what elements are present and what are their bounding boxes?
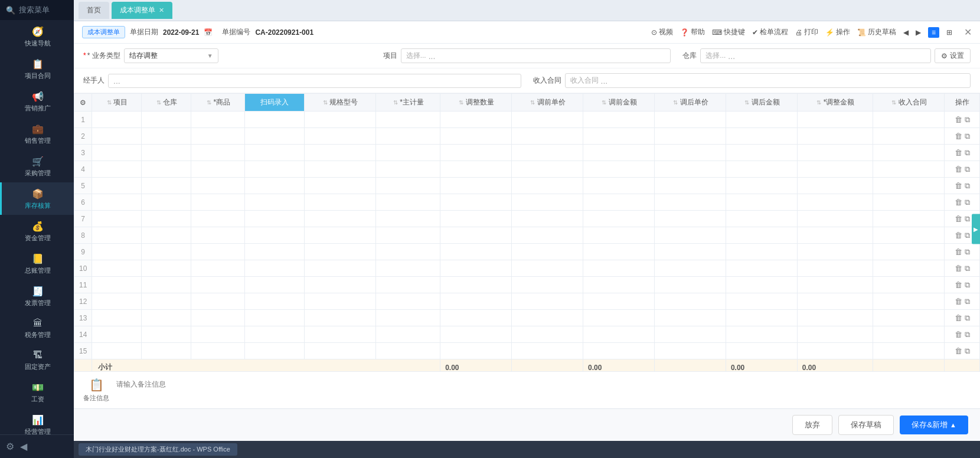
row-6-scan[interactable] (245, 194, 304, 211)
warehouse-select[interactable]: 选择... ... (700, 48, 931, 63)
row-8-post-unit-price[interactable] (654, 227, 726, 244)
right-panel-indicator[interactable]: ▶ (972, 214, 980, 244)
row-6-delete-icon[interactable]: 🗑 (955, 198, 962, 207)
row-5-unit[interactable] (375, 178, 440, 194)
row-5-delete-icon[interactable]: 🗑 (955, 181, 962, 191)
row-15-income-contract[interactable] (873, 343, 944, 359)
row-10-adj-amount[interactable] (797, 260, 873, 277)
row-10-product[interactable] (191, 260, 245, 277)
row-12-post-unit-price[interactable] (654, 293, 726, 310)
row-11-post-unit-price[interactable] (654, 277, 726, 293)
row-10-adj-qty[interactable] (440, 260, 512, 277)
row-8-income-contract[interactable] (873, 227, 944, 244)
sidebar-item-inventory-calc[interactable]: 📦库存核算 (0, 182, 74, 215)
row-7-unit[interactable] (375, 211, 440, 227)
row-8-post-amount[interactable] (726, 227, 797, 244)
row-7-post-unit-price[interactable] (654, 211, 726, 227)
row-1-warehouse[interactable] (142, 112, 191, 128)
row-5-post-amount[interactable] (726, 178, 797, 194)
row-12-spec[interactable] (304, 293, 375, 310)
row-7-post-amount[interactable] (726, 211, 797, 227)
row-11-pre-amount[interactable] (583, 277, 655, 293)
row-7-project[interactable] (92, 211, 142, 227)
row-13-delete-icon[interactable]: 🗑 (955, 313, 962, 323)
row-2-pre-unit-price[interactable] (512, 128, 583, 145)
collapse-icon[interactable]: ◀ (20, 441, 27, 452)
row-6-pre-amount[interactable] (583, 194, 655, 211)
settings-button[interactable]: ⚙ 设置 (935, 48, 971, 63)
col-scan[interactable]: 扫码录入 (245, 94, 304, 112)
save-draft-button[interactable]: 保存草稿 (838, 415, 894, 435)
row-13-adj-qty[interactable] (440, 310, 512, 326)
row-5-pre-amount[interactable] (583, 178, 655, 194)
row-6-product[interactable] (191, 194, 245, 211)
row-5-pre-unit-price[interactable] (512, 178, 583, 194)
row-14-copy-icon[interactable]: ⧉ (965, 330, 970, 339)
row-3-product[interactable] (191, 145, 245, 161)
row-14-post-unit-price[interactable] (654, 326, 726, 343)
dots-warehouse[interactable]: ... (728, 51, 735, 61)
row-15-copy-icon[interactable]: ⧉ (965, 346, 970, 356)
row-8-unit[interactable] (375, 227, 440, 244)
row-9-warehouse[interactable] (142, 244, 191, 260)
row-1-adj-qty[interactable] (440, 112, 512, 128)
row-4-warehouse[interactable] (142, 161, 191, 178)
calendar-icon[interactable]: 📅 (204, 28, 213, 37)
row-7-warehouse[interactable] (142, 211, 191, 227)
row-7-product[interactable] (191, 211, 245, 227)
row-8-adj-qty[interactable] (440, 227, 512, 244)
row-15-pre-unit-price[interactable] (512, 343, 583, 359)
row-13-project[interactable] (92, 310, 142, 326)
row-2-post-unit-price[interactable] (654, 128, 726, 145)
row-14-unit[interactable] (375, 326, 440, 343)
sidebar-item-purchase-mgmt[interactable]: 🛒采购管理 (0, 150, 74, 182)
row-3-post-unit-price[interactable] (654, 145, 726, 161)
row-2-adj-qty[interactable] (440, 128, 512, 145)
row-5-spec[interactable] (304, 178, 375, 194)
row-2-warehouse[interactable] (142, 128, 191, 145)
row-6-post-unit-price[interactable] (654, 194, 726, 211)
row-11-pre-unit-price[interactable] (512, 277, 583, 293)
row-1-adj-amount[interactable] (797, 112, 873, 128)
row-4-post-amount[interactable] (726, 161, 797, 178)
row-4-delete-icon[interactable]: 🗑 (955, 165, 962, 174)
discard-button[interactable]: 放弃 (792, 415, 832, 435)
row-10-post-amount[interactable] (726, 260, 797, 277)
row-5-warehouse[interactable] (142, 178, 191, 194)
row-14-spec[interactable] (304, 326, 375, 343)
row-12-pre-amount[interactable] (583, 293, 655, 310)
row-7-adj-qty[interactable] (440, 211, 512, 227)
row-1-post-amount[interactable] (726, 112, 797, 128)
check-btn[interactable]: ✔ 检单流程 (752, 27, 788, 37)
row-1-income-contract[interactable] (873, 112, 944, 128)
row-4-project[interactable] (92, 161, 142, 178)
row-12-pre-unit-price[interactable] (512, 293, 583, 310)
tab-close-btn[interactable]: ✕ (159, 6, 164, 14)
row-7-delete-icon[interactable]: 🗑 (955, 214, 962, 224)
row-14-project[interactable] (92, 326, 142, 343)
row-9-adj-amount[interactable] (797, 244, 873, 260)
row-15-post-unit-price[interactable] (654, 343, 726, 359)
row-9-scan[interactable] (245, 244, 304, 260)
notes-input[interactable] (116, 378, 971, 391)
row-10-warehouse[interactable] (142, 260, 191, 277)
row-3-income-contract[interactable] (873, 145, 944, 161)
row-5-copy-icon[interactable]: ⧉ (965, 181, 970, 191)
row-6-unit[interactable] (375, 194, 440, 211)
save-new-button[interactable]: 保存&新增 ▲ (900, 416, 968, 434)
row-5-adj-amount[interactable] (797, 178, 873, 194)
row-4-adj-amount[interactable] (797, 161, 873, 178)
row-4-pre-unit-price[interactable] (512, 161, 583, 178)
taskbar-wps-item[interactable]: 木门行业好业财处理方案-聂红红.doc - WPS Office (79, 443, 237, 456)
row-3-adj-amount[interactable] (797, 145, 873, 161)
row-1-product[interactable] (191, 112, 245, 128)
row-3-post-amount[interactable] (726, 145, 797, 161)
sidebar-item-sales-mgmt[interactable]: 💼销售管理 (0, 117, 74, 150)
row-12-scan[interactable] (245, 293, 304, 310)
row-13-scan[interactable] (245, 310, 304, 326)
row-6-income-contract[interactable] (873, 194, 944, 211)
row-3-delete-icon[interactable]: 🗑 (955, 148, 962, 158)
row-8-warehouse[interactable] (142, 227, 191, 244)
row-9-project[interactable] (92, 244, 142, 260)
doc-close-btn[interactable]: ✕ (964, 27, 972, 38)
